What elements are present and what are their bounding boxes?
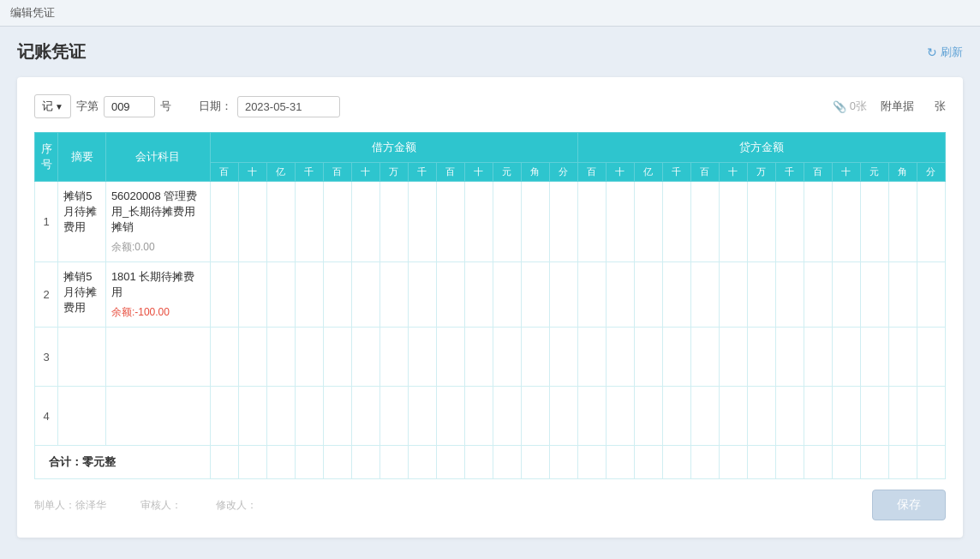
debit-digit-3-12[interactable] <box>549 387 577 446</box>
credit-digit-0-2[interactable] <box>634 182 662 262</box>
credit-digit-2-5[interactable] <box>719 328 747 387</box>
credit-digit-0-3[interactable] <box>662 182 690 262</box>
debit-digit-3-8[interactable] <box>436 387 464 446</box>
debit-digit-3-4[interactable] <box>323 387 351 446</box>
credit-digit-3-8[interactable] <box>804 387 832 446</box>
credit-digit-0-4[interactable] <box>690 182 719 262</box>
debit-digit-0-11[interactable] <box>521 182 549 262</box>
debit-digit-3-3[interactable] <box>295 387 323 446</box>
row-summary-3[interactable] <box>58 387 106 446</box>
debit-digit-0-4[interactable] <box>323 182 351 262</box>
debit-digit-0-10[interactable] <box>493 182 521 262</box>
debit-digit-0-12[interactable] <box>549 182 577 262</box>
debit-digit-0-1[interactable] <box>238 182 266 262</box>
debit-digit-2-10[interactable] <box>493 328 521 387</box>
credit-digit-0-0[interactable] <box>577 182 606 262</box>
debit-digit-0-6[interactable] <box>379 182 408 262</box>
credit-digit-3-4[interactable] <box>690 387 719 446</box>
credit-digit-0-1[interactable] <box>606 182 634 262</box>
credit-digit-2-10[interactable] <box>860 328 888 387</box>
debit-digit-0-9[interactable] <box>464 182 493 262</box>
credit-digit-0-5[interactable] <box>719 182 747 262</box>
credit-digit-2-1[interactable] <box>606 328 634 387</box>
credit-digit-3-6[interactable] <box>747 387 775 446</box>
debit-digit-3-7[interactable] <box>408 387 436 446</box>
debit-digit-1-11[interactable] <box>521 262 549 328</box>
credit-digit-3-3[interactable] <box>662 387 690 446</box>
credit-digit-2-9[interactable] <box>832 328 860 387</box>
credit-digit-1-4[interactable] <box>690 262 719 328</box>
credit-digit-0-7[interactable] <box>775 182 804 262</box>
debit-digit-2-11[interactable] <box>521 328 549 387</box>
credit-digit-1-12[interactable] <box>917 262 945 328</box>
row-summary-2[interactable] <box>58 328 106 387</box>
credit-digit-0-11[interactable] <box>888 182 917 262</box>
debit-digit-2-0[interactable] <box>210 328 238 387</box>
credit-digit-0-6[interactable] <box>747 182 775 262</box>
credit-digit-2-4[interactable] <box>690 328 719 387</box>
credit-digit-1-7[interactable] <box>775 262 804 328</box>
debit-digit-2-12[interactable] <box>549 328 577 387</box>
debit-digit-3-1[interactable] <box>238 387 266 446</box>
credit-digit-1-3[interactable] <box>662 262 690 328</box>
debit-digit-3-5[interactable] <box>351 387 379 446</box>
credit-digit-2-8[interactable] <box>804 328 832 387</box>
credit-digit-1-11[interactable] <box>888 262 917 328</box>
debit-digit-1-0[interactable] <box>210 262 238 328</box>
debit-digit-2-1[interactable] <box>238 328 266 387</box>
credit-digit-3-1[interactable] <box>606 387 634 446</box>
credit-digit-0-8[interactable] <box>804 182 832 262</box>
row-account-0[interactable]: 56020008 管理费用_长期待摊费用摊销余额:0.00 <box>105 182 210 262</box>
zi-number-input[interactable] <box>104 96 155 117</box>
credit-digit-2-7[interactable] <box>775 328 804 387</box>
debit-digit-0-2[interactable] <box>266 182 295 262</box>
credit-digit-1-6[interactable] <box>747 262 775 328</box>
debit-digit-1-9[interactable] <box>464 262 493 328</box>
credit-digit-3-12[interactable] <box>917 387 945 446</box>
debit-digit-1-6[interactable] <box>379 262 408 328</box>
credit-digit-3-0[interactable] <box>577 387 606 446</box>
debit-digit-2-2[interactable] <box>266 328 295 387</box>
credit-digit-3-7[interactable] <box>775 387 804 446</box>
credit-digit-0-9[interactable] <box>832 182 860 262</box>
type-dropdown[interactable]: 记 ▼ <box>34 94 71 118</box>
credit-digit-1-9[interactable] <box>832 262 860 328</box>
credit-digit-1-10[interactable] <box>860 262 888 328</box>
debit-digit-1-3[interactable] <box>295 262 323 328</box>
debit-digit-1-10[interactable] <box>493 262 521 328</box>
debit-digit-1-4[interactable] <box>323 262 351 328</box>
debit-digit-0-0[interactable] <box>210 182 238 262</box>
credit-digit-0-10[interactable] <box>860 182 888 262</box>
debit-digit-1-7[interactable] <box>408 262 436 328</box>
attach-single-label[interactable]: 附单据 <box>881 99 914 114</box>
credit-digit-1-8[interactable] <box>804 262 832 328</box>
debit-digit-2-7[interactable] <box>408 328 436 387</box>
row-account-2[interactable] <box>105 328 210 387</box>
credit-digit-2-2[interactable] <box>634 328 662 387</box>
debit-digit-2-3[interactable] <box>295 328 323 387</box>
credit-digit-3-5[interactable] <box>719 387 747 446</box>
credit-digit-3-10[interactable] <box>860 387 888 446</box>
credit-digit-2-0[interactable] <box>577 328 606 387</box>
debit-digit-3-9[interactable] <box>464 387 493 446</box>
debit-digit-2-4[interactable] <box>323 328 351 387</box>
debit-digit-3-2[interactable] <box>266 387 295 446</box>
row-summary-1[interactable]: 摊销5月待摊费用 <box>58 262 106 328</box>
date-input[interactable] <box>237 96 340 117</box>
credit-digit-1-5[interactable] <box>719 262 747 328</box>
debit-digit-1-5[interactable] <box>351 262 379 328</box>
debit-digit-1-2[interactable] <box>266 262 295 328</box>
debit-digit-1-12[interactable] <box>549 262 577 328</box>
debit-digit-2-5[interactable] <box>351 328 379 387</box>
debit-digit-3-0[interactable] <box>210 387 238 446</box>
credit-digit-3-2[interactable] <box>634 387 662 446</box>
debit-digit-2-9[interactable] <box>464 328 493 387</box>
debit-digit-0-8[interactable] <box>436 182 464 262</box>
debit-digit-0-5[interactable] <box>351 182 379 262</box>
debit-digit-0-3[interactable] <box>295 182 323 262</box>
credit-digit-2-12[interactable] <box>917 328 945 387</box>
row-summary-0[interactable]: 摊销5月待摊费用 <box>58 182 106 262</box>
debit-digit-0-7[interactable] <box>408 182 436 262</box>
credit-digit-0-12[interactable] <box>917 182 945 262</box>
credit-digit-1-2[interactable] <box>634 262 662 328</box>
